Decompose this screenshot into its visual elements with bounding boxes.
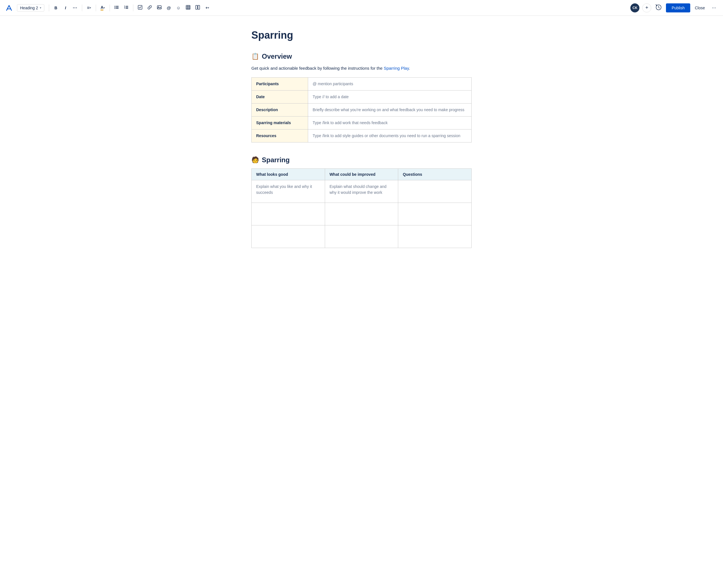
logo[interactable] [4, 3, 14, 13]
version-history-button[interactable] [654, 3, 664, 13]
table-row [252, 226, 471, 248]
sparring-cell[interactable] [325, 226, 398, 248]
column-header-questions: Questions [398, 169, 471, 180]
overview-heading-text: Overview [262, 52, 292, 60]
table-cell-label: Resources [252, 129, 308, 143]
sparring-cell[interactable] [325, 203, 398, 226]
svg-point-0 [114, 6, 115, 7]
avatar-group: CK [630, 3, 640, 13]
svg-rect-20 [196, 5, 197, 9]
svg-rect-12 [138, 5, 142, 9]
table-cell-value[interactable]: @ mention participants [308, 78, 471, 90]
sparring-cell[interactable] [398, 226, 471, 248]
color-chevron-icon: ▾ [103, 6, 105, 9]
table-cell-label: Description [252, 104, 308, 117]
heading-label: Heading 2 [20, 6, 38, 10]
link-button[interactable] [145, 3, 154, 13]
table-header-row: What looks good What could be improved Q… [252, 169, 471, 180]
layout-button[interactable] [193, 3, 202, 13]
table-cell-value[interactable]: Type /link to add work that needs feedba… [308, 117, 471, 129]
svg-rect-5 [116, 8, 119, 9]
sparring-table: What looks good What could be improved Q… [252, 168, 471, 248]
bullet-list-icon [114, 5, 119, 10]
heading-selector[interactable]: Heading 2 ▾ [17, 4, 44, 12]
sparring-cell[interactable] [252, 203, 325, 226]
table-cell-label: Sparring materials [252, 117, 308, 129]
version-icon [656, 4, 662, 11]
insert-more-button[interactable]: +▾ [203, 3, 212, 13]
table-cell-value[interactable]: Type /link to add style guides or other … [308, 129, 471, 143]
ordered-list-button[interactable]: 1.2.3. [122, 3, 131, 13]
emoji-icon: ☺ [176, 5, 180, 10]
bullet-list-button[interactable] [112, 3, 121, 13]
svg-rect-7 [126, 6, 128, 6]
description-before: Get quick and actionable feedback by fol… [252, 66, 384, 70]
link-icon [147, 5, 152, 10]
emoji-button[interactable]: ☺ [174, 3, 183, 13]
main-content: Sparring 📋 Overview Get quick and action… [240, 16, 483, 284]
overview-section: 📋 Overview Get quick and actionable feed… [252, 52, 471, 143]
ordered-list-icon: 1.2.3. [124, 5, 128, 10]
more-formatting-button[interactable]: ··· [71, 3, 80, 13]
mention-icon: @ [167, 5, 171, 10]
svg-point-2 [114, 7, 115, 8]
svg-rect-9 [126, 7, 128, 7]
svg-rect-11 [126, 8, 128, 9]
sparring-cell[interactable]: Explain what should change and why it wo… [325, 180, 398, 203]
more-options-button[interactable]: ··· [709, 3, 719, 13]
svg-rect-3 [116, 7, 119, 7]
table-cell-value[interactable]: Briefly describe what you're working on … [308, 104, 471, 117]
align-button[interactable]: ≡ ▾ [84, 3, 94, 13]
table-cell-label: Participants [252, 78, 308, 90]
table-button[interactable] [184, 3, 193, 13]
toolbar: Heading 2 ▾ B I ··· ≡ ▾ A ▾ 1.2.3. [0, 0, 723, 16]
sparring-cell[interactable] [252, 226, 325, 248]
description-after: . [409, 66, 410, 70]
insert-group: @ ☺ +▾ [136, 3, 212, 13]
page-title[interactable]: Sparring [252, 29, 471, 41]
add-collaborator-button[interactable]: + [642, 3, 651, 13]
chevron-down-icon: ▾ [40, 6, 41, 9]
bold-button[interactable]: B [52, 3, 60, 13]
color-icon: A [101, 5, 103, 10]
align-chevron-icon: ▾ [89, 6, 91, 9]
color-button[interactable]: A ▾ [98, 3, 107, 13]
column-header-looks-good: What looks good [252, 169, 325, 180]
sparring-cell[interactable] [398, 203, 471, 226]
table-row: Description Briefly describe what you're… [252, 104, 471, 117]
text-format-group: B I ··· [52, 3, 80, 13]
table-row: Resources Type /link to add style guides… [252, 129, 471, 143]
sparring-play-link[interactable]: Sparring Play [384, 66, 409, 70]
close-button[interactable]: Close [692, 3, 707, 13]
sparring-cell[interactable]: Explain what you like and why it succeed… [252, 180, 325, 203]
table-row: Date Type // to add a date [252, 90, 471, 104]
divider-4 [109, 4, 110, 11]
task-icon [138, 5, 142, 10]
overview-table: Participants @ mention participants Date… [252, 77, 471, 143]
divider-5 [133, 4, 133, 11]
publish-button[interactable]: Publish [666, 3, 690, 13]
svg-rect-15 [186, 5, 190, 9]
svg-text:3.: 3. [124, 7, 126, 9]
clipboard-icon: 📋 [252, 53, 259, 60]
person-icon: 🧑 [252, 156, 259, 164]
image-button[interactable] [155, 3, 164, 13]
table-icon [186, 5, 190, 10]
table-row: Explain what you like and why it succeed… [252, 180, 471, 203]
italic-button[interactable]: I [61, 3, 70, 13]
table-row: Sparring materials Type /link to add wor… [252, 117, 471, 129]
layout-icon [196, 5, 200, 10]
mention-button[interactable]: @ [164, 3, 174, 13]
image-icon [157, 5, 162, 10]
svg-point-14 [158, 6, 159, 7]
avatar[interactable]: CK [630, 3, 640, 13]
table-cell-value[interactable]: Type // to add a date [308, 90, 471, 104]
sparring-cell[interactable] [398, 180, 471, 203]
svg-rect-1 [116, 6, 119, 6]
svg-rect-13 [157, 6, 161, 9]
avatar-initials: CK [632, 6, 638, 10]
divider-1 [49, 4, 49, 11]
overview-description: Get quick and actionable feedback by fol… [252, 65, 471, 72]
plus-icon: + [645, 5, 648, 11]
task-button[interactable] [136, 3, 145, 13]
